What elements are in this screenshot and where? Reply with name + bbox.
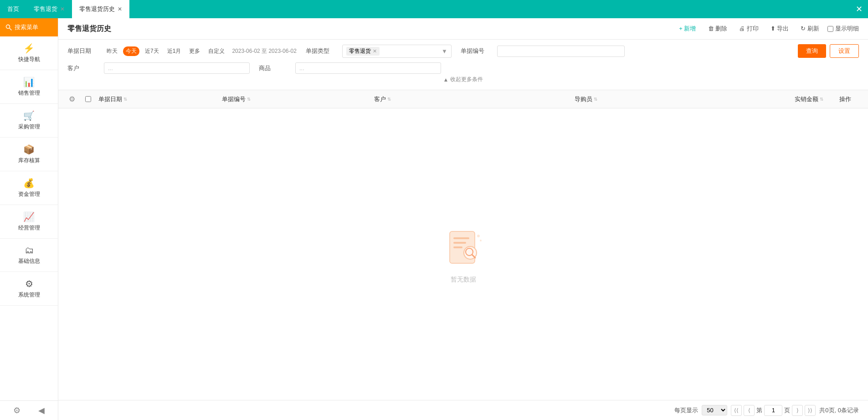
per-page-select[interactable]: 10 20 50 100: [702, 405, 727, 415]
sidebar-item-finance[interactable]: 💰 资金管理: [0, 171, 58, 205]
customer-input[interactable]: [104, 62, 250, 74]
date-opt-1month[interactable]: 近1月: [164, 46, 184, 56]
content-area: 零售退货历史 + 新增 🗑 删除 🖨 打印 ⬆ 导出 ↻ 刷新 显示明细 单据日…: [58, 18, 868, 420]
th-date-label: 单据日期: [98, 95, 122, 103]
date-options: 昨天 今天 近7天 近1月 更多 自定义 2023-06-02 至 2023-0…: [104, 46, 297, 56]
sidebar-collapse-icon[interactable]: ◀: [38, 405, 45, 415]
table-settings-icon[interactable]: ⚙: [63, 95, 81, 103]
goods-input[interactable]: [295, 62, 441, 74]
window-close-button[interactable]: ✕: [850, 0, 868, 18]
th-amount-label: 实销金额: [795, 95, 818, 103]
query-button[interactable]: 查询: [798, 44, 826, 58]
header-actions: + 新增 🗑 删除 🖨 打印 ⬆ 导出 ↻ 刷新 显示明细: [675, 23, 859, 35]
purchase-icon: 🛒: [23, 110, 35, 121]
sidebar-item-operation[interactable]: 📈 经营管理: [0, 205, 58, 239]
th-customer: 客户 ⇅: [370, 95, 571, 103]
svg-point-0: [6, 25, 10, 29]
th-num: 单据编号 ⇅: [218, 95, 370, 103]
page-input[interactable]: [764, 405, 782, 416]
th-customer-sort[interactable]: ⇅: [387, 97, 391, 102]
page-header: 零售退货历史 + 新增 🗑 删除 🖨 打印 ⬆ 导出 ↻ 刷新 显示明细: [58, 18, 868, 40]
print-button[interactable]: 🖨 打印: [735, 23, 762, 35]
sidebar-search[interactable]: 搜索菜单: [0, 18, 58, 36]
type-tag-label: 零售退货: [349, 47, 371, 55]
table-select-all[interactable]: [81, 96, 95, 102]
setting-button[interactable]: 设置: [830, 44, 859, 58]
page-nav: ⟨⟨ ⟨ 第 页 ⟩ ⟩⟩: [731, 405, 816, 416]
sidebar-item-label-operation: 经营管理: [18, 224, 40, 232]
date-range-display: 2023-06-02 至 2023-06-02: [232, 47, 296, 55]
filter-row-1: 单据日期 昨天 今天 近7天 近1月 更多 自定义 2023-06-02 至 2…: [67, 44, 859, 58]
tab-retail-return-history-label: 零售退货历史: [79, 5, 115, 13]
svg-line-1: [10, 28, 11, 30]
sidebar-item-quick-nav[interactable]: ⚡ 快捷导航: [0, 36, 58, 70]
delete-button[interactable]: 🗑 删除: [704, 23, 731, 35]
page-next-btn[interactable]: ⟩: [792, 405, 803, 416]
num-input[interactable]: [497, 46, 625, 57]
export-button[interactable]: ⬆ 导出: [767, 23, 793, 35]
sidebar-item-label-finance: 资金管理: [18, 190, 40, 198]
main-layout: 搜索菜单 ⚡ 快捷导航 📊 销售管理 🛒 采购管理 📦 库存核算 💰 资金管理 …: [0, 18, 868, 420]
page-title: 零售退货历史: [67, 24, 111, 34]
page-last-btn[interactable]: ⟩⟩: [805, 405, 816, 416]
date-opt-yesterday[interactable]: 昨天: [104, 46, 120, 56]
new-button[interactable]: + 新增: [675, 23, 699, 35]
sidebar-item-sales[interactable]: 📊 销售管理: [0, 70, 58, 104]
type-tag-remove[interactable]: ✕: [373, 48, 377, 54]
select-all-checkbox[interactable]: [85, 96, 91, 102]
th-num-sort[interactable]: ⇅: [247, 97, 251, 102]
type-tag: 零售退货 ✕: [346, 47, 380, 56]
empty-text: 暂无数据: [451, 276, 476, 284]
date-opt-today[interactable]: 今天: [123, 46, 139, 56]
display-detail-checkbox[interactable]: 显示明细: [827, 25, 859, 33]
sidebar-settings-icon[interactable]: ⚙: [13, 405, 21, 415]
th-num-label: 单据编号: [222, 95, 246, 103]
top-bar: 首页 零售退货 ✕ 零售退货历史 ✕ ✕: [0, 0, 868, 18]
date-label: 单据日期: [67, 47, 95, 55]
sidebar-search-label: 搜索菜单: [15, 23, 38, 31]
quick-nav-icon: ⚡: [23, 43, 35, 54]
th-amount-sort[interactable]: ⇅: [820, 97, 823, 102]
pagination: 每页显示 10 20 50 100 ⟨⟨ ⟨ 第 页 ⟩ ⟩⟩ 共0页, 0条记…: [58, 400, 868, 420]
customer-label: 客户: [67, 64, 95, 72]
sidebar-item-inventory[interactable]: 📦 库存核算: [0, 138, 58, 171]
tab-home[interactable]: 首页: [0, 0, 26, 18]
sidebar-item-purchase[interactable]: 🛒 采购管理: [0, 104, 58, 138]
th-date-sort[interactable]: ⇅: [123, 97, 127, 102]
sidebar-item-label-purchase: 采购管理: [18, 123, 40, 131]
th-guide-sort[interactable]: ⇅: [594, 97, 597, 102]
page-prev-btn[interactable]: ⟨: [744, 405, 755, 416]
tab-retail-return-history[interactable]: 零售退货历史 ✕: [72, 0, 129, 18]
th-customer-label: 客户: [374, 95, 386, 103]
operation-icon: 📈: [23, 211, 35, 222]
sidebar-bottom: ⚙ ◀: [0, 400, 58, 420]
collapse-bar[interactable]: ▲ 收起更多条件: [67, 74, 859, 85]
svg-rect-4: [453, 242, 466, 244]
sidebar-item-system[interactable]: ⚙ 系统管理: [0, 272, 58, 306]
refresh-button[interactable]: ↻ 刷新: [797, 23, 823, 35]
collapse-icon: ▲: [443, 77, 449, 83]
type-label: 单据类型: [306, 47, 333, 55]
date-opt-more[interactable]: 更多: [186, 46, 203, 56]
tab-retail-return-close[interactable]: ✕: [60, 6, 65, 12]
table-header: ⚙ 单据日期 ⇅ 单据编号 ⇅ 客户 ⇅ 导购员 ⇅: [58, 90, 868, 108]
tab-retail-return-history-close[interactable]: ✕: [118, 6, 122, 12]
th-guide: 导购员 ⇅: [571, 95, 723, 103]
empty-state: 暂无数据: [58, 108, 868, 400]
filter-area: 单据日期 昨天 今天 近7天 近1月 更多 自定义 2023-06-02 至 2…: [58, 40, 868, 90]
page-first-btn[interactable]: ⟨⟨: [731, 405, 742, 416]
num-label: 单据编号: [461, 47, 488, 55]
tab-list: 首页 零售退货 ✕ 零售退货历史 ✕: [0, 0, 850, 18]
svg-rect-5: [453, 246, 462, 248]
date-opt-custom[interactable]: 自定义: [205, 46, 227, 56]
sidebar-item-label-inventory: 库存核算: [18, 157, 40, 164]
page-suffix: 页: [784, 406, 790, 415]
type-select[interactable]: 零售退货 ✕ ▼: [342, 45, 452, 58]
system-icon: ⚙: [25, 278, 33, 289]
display-detail-check[interactable]: [827, 26, 833, 32]
date-opt-7days[interactable]: 近7天: [142, 46, 162, 56]
goods-label: 商品: [259, 64, 286, 72]
tab-retail-return[interactable]: 零售退货 ✕: [26, 0, 72, 18]
sidebar-item-basic-info[interactable]: 🗂 基础信息: [0, 239, 58, 272]
table-wrap: ⚙ 单据日期 ⇅ 单据编号 ⇅ 客户 ⇅ 导购员 ⇅: [58, 90, 868, 420]
